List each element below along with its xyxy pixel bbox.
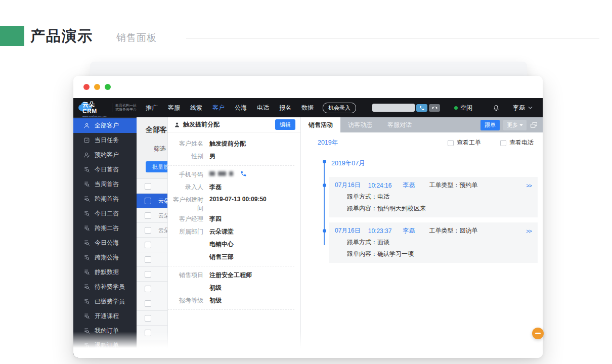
row-checkbox[interactable] [145, 227, 151, 234]
entry-user-link[interactable]: 李磊 [403, 226, 415, 235]
floating-minimize-button[interactable] [532, 328, 544, 339]
sidebar-item[interactable]: 跨期二咨 [73, 221, 137, 236]
app-window: 云朵CRM www.yunduocrm.com 教育机构一站 式服务云平台 推广… [73, 76, 543, 358]
entry-user-link[interactable]: 李磊 [403, 181, 415, 190]
row-checkbox[interactable] [145, 330, 151, 336]
table-row[interactable] [137, 296, 167, 311]
sidebar-item[interactable]: 开通课程 [73, 309, 137, 324]
view-phone-checkbox[interactable]: 查看电话 [500, 139, 534, 147]
sidebar-item[interactable]: 当周首咨 [73, 177, 137, 192]
view-work-order-checkbox[interactable]: 查看工单 [448, 139, 481, 147]
row-checkbox[interactable] [145, 315, 151, 322]
sidebar-item[interactable]: 全部客户 [73, 118, 137, 133]
detail-field-row: 销售项目 注册安全工程师 [168, 269, 294, 282]
sidebar-item[interactable]: 静默数据 [73, 265, 137, 280]
expand-arrow-icon[interactable]: >> [526, 183, 532, 189]
notification-bell-icon[interactable] [493, 104, 500, 112]
field-value: 初级 [209, 284, 222, 292]
table-row[interactable] [137, 238, 167, 252]
row-cell-text: 云朵 [158, 226, 167, 234]
sidebar-item[interactable]: 今日公海 [73, 236, 137, 250]
row-checkbox[interactable] [145, 198, 151, 204]
sidebar-item[interactable]: 跨期首咨 [73, 192, 137, 206]
tab-客服对话[interactable]: 客服对话 [380, 117, 419, 132]
entry-type-label: 工单类型： [429, 181, 459, 189]
table-row[interactable] [137, 311, 167, 326]
entry-method-value: 面谈 [377, 239, 389, 246]
sidebar-item[interactable]: 预约客户 [73, 148, 137, 162]
nav-menu-item-报名[interactable]: 报名 [279, 104, 291, 112]
expand-arrow-icon[interactable]: >> [526, 228, 532, 234]
window-titlebar [73, 76, 543, 98]
field-value: 触发提前分配 [209, 140, 246, 148]
doc-search-icon [83, 269, 90, 276]
nav-menu-item-客户[interactable]: 客户 [212, 104, 225, 112]
maximize-window-icon[interactable] [105, 84, 111, 90]
sidebar-item[interactable]: 待补费学员 [73, 280, 137, 294]
tab-销售活动[interactable]: 销售活动 [301, 117, 340, 132]
detail-field-row: 客户姓名 触发提前分配 [168, 138, 294, 150]
nav-menu-item-数据[interactable]: 数据 [301, 104, 314, 112]
timeline-dot-icon [323, 184, 326, 187]
minimize-window-icon[interactable] [94, 84, 100, 90]
customer-name-title: 触发提前分配 [183, 120, 275, 129]
phone-icon[interactable] [240, 170, 247, 177]
checkbox-icon [500, 140, 506, 146]
entry-time: 10:24:16 [368, 182, 392, 189]
minus-icon [535, 333, 541, 334]
table-row[interactable] [137, 252, 167, 267]
table-row[interactable]: 云朵 [137, 194, 167, 208]
sidebar-item[interactable]: 我的订单 [73, 324, 137, 338]
sidebar-item[interactable]: 今日二咨 [73, 206, 137, 221]
doc-search-icon [83, 196, 90, 202]
nav-menu-item-推广[interactable]: 推广 [146, 104, 158, 112]
table-row[interactable] [137, 326, 167, 340]
pop-out-window-icon[interactable] [530, 122, 538, 128]
tab-访客动态[interactable]: 访客动态 [340, 117, 380, 132]
row-checkbox[interactable] [145, 183, 151, 190]
sidebar-item[interactable]: 今日首咨 [73, 162, 137, 177]
timeline-year: 2019年 [318, 139, 338, 147]
user-menu[interactable]: 李磊 [513, 104, 533, 112]
phone-number-input[interactable] [372, 104, 415, 112]
table-row[interactable]: 云朵 [137, 208, 167, 223]
nav-menu-item-线索[interactable]: 线索 [190, 104, 202, 112]
nav-menu-item-公海[interactable]: 公海 [235, 104, 247, 112]
follow-record-card[interactable]: 07月16日 10:23:37 李磊 工单类型：回访单 >> 跟单方式：面谈 跟… [329, 222, 538, 263]
table-row[interactable] [137, 282, 167, 296]
row-checkbox[interactable] [145, 286, 151, 292]
sidebar-item[interactable]: 跨期公海 [73, 250, 137, 265]
call-button[interactable] [416, 104, 427, 112]
opportunity-entry-button[interactable]: 机会录入 [323, 103, 356, 113]
agent-status[interactable]: 空闲 [454, 104, 472, 112]
activity-tabbar: 销售活动访客动态客服对话 跟单 更多 [301, 117, 543, 132]
row-checkbox[interactable] [145, 212, 151, 219]
close-window-icon[interactable] [83, 84, 90, 90]
sidebar-item-label: 静默数据 [95, 268, 119, 277]
more-button[interactable]: 更多 [503, 120, 527, 130]
row-checkbox[interactable] [145, 242, 151, 248]
batch-discard-button[interactable]: 批量放弃 [146, 161, 167, 172]
table-row[interactable]: 云朵 [137, 223, 167, 238]
sidebar-item[interactable]: 退款订单 [73, 338, 137, 353]
hang-up-button[interactable] [429, 104, 440, 112]
timeline-line [324, 163, 325, 245]
follow-order-button[interactable]: 跟单 [480, 120, 500, 130]
table-row[interactable] [137, 179, 167, 194]
sidebar-item[interactable]: 已缴费学员 [73, 294, 137, 309]
nav-menu-item-电话[interactable]: 电话 [257, 104, 269, 112]
entry-method-label: 跟单方式： [347, 239, 377, 246]
sidebar-item[interactable]: 当日任务 [73, 133, 137, 148]
row-checkbox[interactable] [145, 271, 151, 278]
logo-divider [112, 103, 112, 112]
entry-date: 07月16日 [335, 226, 361, 235]
app-logo[interactable]: 云朵CRM www.yunduocrm.com [77, 100, 109, 115]
nav-menu-item-客服[interactable]: 客服 [168, 104, 180, 112]
row-checkbox[interactable] [145, 300, 151, 307]
row-checkbox[interactable] [145, 256, 151, 263]
follow-record-card[interactable]: 07月16日 10:24:16 李磊 工单类型：预约单 >> 跟单方式：电话 跟… [329, 177, 538, 217]
sidebar-item-label: 待补费学员 [95, 283, 125, 291]
table-row[interactable] [137, 267, 167, 282]
filter-label: 筛选 [137, 134, 167, 153]
edit-button[interactable]: 编辑 [275, 119, 295, 130]
